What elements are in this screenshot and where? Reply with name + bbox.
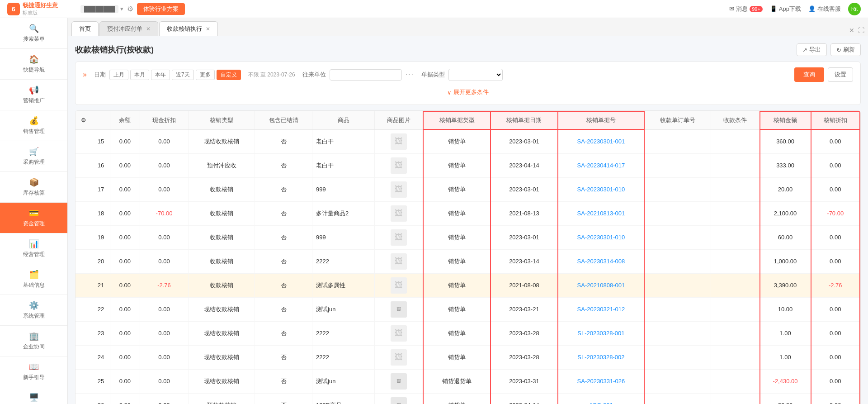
tab-bar: 首页 预付冲应付单 ✕ 收款核销执行 ✕ ✕ ⛶: [68, 18, 868, 36]
cell-cash-discount: 0.00: [158, 354, 170, 361]
sidebar-item-label: 基础信息: [23, 281, 45, 289]
cell-row-num: 26: [92, 393, 110, 404]
cell-amount: 1.00: [760, 321, 811, 345]
counterpart-input[interactable]: [330, 69, 402, 81]
doctype-select[interactable]: [448, 69, 503, 81]
cell-cash-discount: 0.00: [140, 321, 189, 345]
sidebar-item-finance[interactable]: 💳 资金管理: [0, 203, 67, 233]
cell-type: 现结收款核销: [188, 369, 255, 393]
content-area: 首页 预付冲应付单 ✕ 收款核销执行 ✕ ✕ ⛶ 收款: [68, 18, 868, 404]
export-button[interactable]: ↗ 导出: [797, 43, 827, 56]
cell-amount: 10.00: [760, 297, 811, 321]
goods-image: 🖼: [391, 205, 407, 222]
cell-discount: 0.00: [811, 369, 860, 393]
doc-no-link[interactable]: SA-20210813-001: [577, 210, 625, 217]
tab-collection-close[interactable]: ✕: [206, 26, 210, 32]
doc-no-link[interactable]: SA-20230301-010: [577, 234, 625, 241]
doc-no-link[interactable]: SA-20230414-017: [577, 162, 625, 169]
doc-no-link[interactable]: SA-20230321-012: [577, 306, 625, 313]
sidebar-item-marketing[interactable]: 📢 营销推广: [0, 80, 67, 110]
refresh-button[interactable]: ↻ 刷新: [830, 43, 861, 56]
cell-cash-discount: 0.00: [158, 330, 170, 337]
cell-balance: 0.00: [110, 249, 140, 273]
doctype-label: 单据类型: [421, 71, 445, 79]
cell-payment-terms: [711, 393, 760, 404]
sidebar-item-search[interactable]: 🔍 搜索菜单: [0, 18, 67, 49]
expand-more-btn[interactable]: ∨ 展开更多条件: [444, 86, 491, 99]
th-amount: 核销金额: [760, 111, 811, 129]
table-row: 26 0.00 0.00 预收款核销 否 123D商品 🖼 销货单 2022-0…: [75, 393, 860, 404]
online-service-button[interactable]: 👤 在线客服: [808, 5, 841, 13]
cell-cash-discount: 0.00: [158, 306, 170, 313]
cell-amount: 3,390.00: [760, 273, 811, 297]
app-icon: 📱: [770, 5, 777, 12]
tab-collection[interactable]: 收款核销执行 ✕: [159, 21, 218, 36]
date-btn-7days[interactable]: 近7天: [172, 70, 194, 80]
goods-image: 🖼: [391, 229, 407, 246]
inventory-icon: 📦: [29, 177, 39, 187]
doc-no-link[interactable]: SL-20230328-001: [577, 330, 624, 337]
cell-settled: 否: [255, 201, 312, 225]
sidebar-item-system[interactable]: ⚙️ 系统管理: [0, 295, 67, 326]
finance-icon: 💳: [29, 208, 39, 218]
window-maximize-icon[interactable]: ⛶: [858, 27, 864, 34]
th-goods: 商品: [312, 111, 375, 129]
tab-prepay[interactable]: 预付冲应付单 ✕: [99, 21, 158, 36]
date-btn-this-year[interactable]: 本年: [151, 70, 170, 80]
company-selector[interactable]: ████████ ▾: [80, 5, 123, 13]
chevron-down-icon: ∨: [447, 89, 452, 96]
sidebar-item-label: 销售管理: [23, 128, 45, 135]
cell-amount: 20.00: [760, 393, 811, 404]
doc-no-link[interactable]: SL-20230328-002: [577, 354, 624, 361]
app-download-label: App下载: [779, 5, 801, 13]
date-btn-more[interactable]: 更多: [196, 70, 215, 80]
sidebar-item-hardware[interactable]: 🖥️ 智能硬件: [0, 387, 67, 404]
sidebar-item-enterprise[interactable]: 🏢 企业协同: [0, 326, 67, 356]
user-avatar[interactable]: Rit: [848, 3, 861, 15]
sidebar-item-guide[interactable]: 📖 新手引导: [0, 356, 67, 387]
cell-goods: 999: [312, 225, 375, 249]
sidebar-item-quicknav[interactable]: 🏠 快捷导航: [0, 49, 67, 80]
query-button[interactable]: 查询: [794, 67, 824, 82]
cell-goods: 测试jun: [312, 297, 375, 321]
cell-order-no: [644, 153, 711, 177]
sidebar-item-operations[interactable]: 📊 经营管理: [0, 233, 67, 264]
online-service-label: 在线客服: [817, 5, 841, 13]
date-btn-custom[interactable]: 自定义: [217, 70, 241, 80]
sidebar-item-inventory[interactable]: 📦 库存核算: [0, 172, 67, 203]
goods-image: 🖼: [391, 301, 407, 318]
trial-button[interactable]: 体验行业方案: [137, 3, 185, 15]
doc-no-link[interactable]: SA-20230301-010: [577, 186, 625, 193]
sidebar-item-purchase[interactable]: 🛒 采购管理: [0, 141, 67, 172]
sidebar-item-basic[interactable]: 🗂️ 基础信息: [0, 264, 67, 295]
settings-icon[interactable]: ⚙: [127, 5, 133, 13]
settings-button[interactable]: 设置: [828, 67, 853, 82]
app-download-button[interactable]: 📱 App下载: [770, 5, 801, 13]
cell-payment-terms: [711, 177, 760, 201]
messages-button[interactable]: ✉ 消息 99+: [729, 5, 763, 13]
cell-goods-img: 🖼: [375, 177, 424, 201]
tab-prepay-close[interactable]: ✕: [146, 26, 151, 32]
cell-order-no: [644, 129, 711, 153]
logo-icon: 6: [7, 3, 20, 15]
sidebar-item-sales[interactable]: 💰 销售管理: [0, 110, 67, 141]
collapse-btn[interactable]: »: [83, 71, 87, 79]
doc-no-link[interactable]: SA-20230331-026: [577, 378, 625, 385]
date-btn-this-month[interactable]: 本月: [130, 70, 149, 80]
cell-cash-discount: 0.00: [140, 345, 189, 369]
doc-no-link[interactable]: ABC-001: [589, 402, 613, 404]
doc-no-link[interactable]: SA-20230314-008: [577, 258, 625, 265]
doc-no-link[interactable]: SA-20230301-001: [577, 138, 625, 145]
tab-home[interactable]: 首页: [71, 21, 99, 36]
date-btn-last-month[interactable]: 上月: [109, 70, 128, 80]
cell-doc-type: 销货退货单: [423, 369, 491, 393]
window-minimize-icon[interactable]: ✕: [849, 27, 854, 34]
doc-no-link[interactable]: SA-20210808-001: [577, 282, 625, 289]
cell-doc-date: 2023-03-31: [491, 369, 558, 393]
sidebar-item-label: 系统管理: [23, 312, 45, 320]
cell-goods: 多计量商品2: [312, 201, 375, 225]
cell-goods-img: 🖼: [375, 129, 424, 153]
cell-cash-discount: 0.00: [140, 393, 189, 404]
cell-settings: [75, 249, 92, 273]
cell-goods: 999: [312, 177, 375, 201]
